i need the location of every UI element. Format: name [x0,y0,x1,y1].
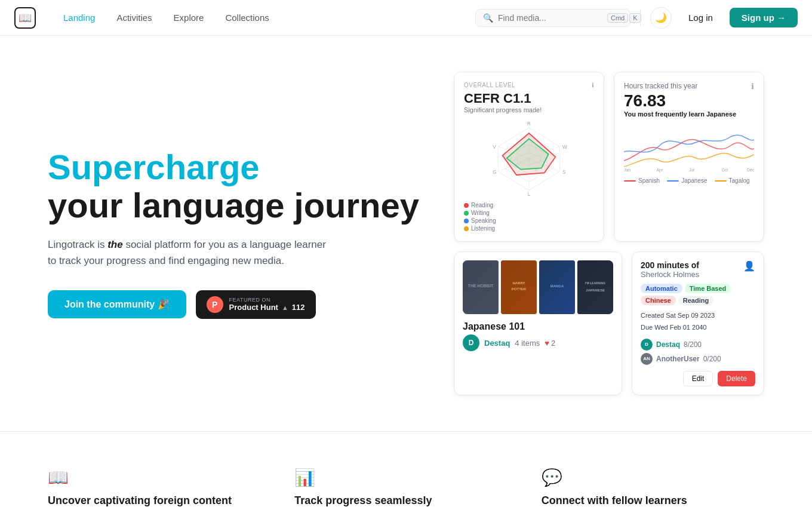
feature-3: 💬 Connect with fellow learners Share pro… [542,468,764,513]
users-icon: 👤 [743,260,755,272]
svg-text:G: G [493,170,496,175]
cefr-card: OVERALL LEVEL ℹ CEFR C1.1 Significant pr… [454,72,604,242]
nav-links: Landing Activities Explore Collections [55,9,475,26]
hours-chart: Jan Apr Jul Oct Dec [624,125,754,173]
ph-name-row: Product Hunt ▲ 112 [229,303,305,312]
cefr-sub: Significant progress made! [464,106,594,113]
feature-2: 📊 Track progress seamlessly Automated da… [294,468,517,513]
progress-avatar-another: AN [641,353,653,365]
hours-value: 76.83 [624,91,754,110]
activity-media-title: Sherlock Holmes [641,270,699,279]
nav-right: 🔍 Cmd K 🌙 Log in Sign up → [475,7,798,29]
activity-dates: Created Sat Sep 09 2023 Due Wed Feb 01 2… [641,310,755,334]
search-shortcut: Cmd K [607,13,641,23]
feature-1: 📖 Uncover captivating foreign content Ou… [48,468,270,513]
stats-cards-row: OVERALL LEVEL ℹ CEFR C1.1 Significant pr… [454,72,764,242]
moon-icon: 🌙 [655,12,667,23]
search-box[interactable]: 🔍 Cmd K [475,9,630,27]
svg-rect-28 [577,260,613,314]
svg-text:HARRY: HARRY [512,281,525,285]
hours-title: Hours tracked this year [624,82,697,90]
hero-actions: Join the community 🎉 P FEATURED ON Produ… [48,290,430,319]
login-button[interactable]: Log in [679,8,722,27]
svg-text:Dec: Dec [747,168,754,172]
delete-button[interactable]: Delete [718,371,755,386]
feature-2-icon: 📊 [294,468,517,487]
cefr-level: CEFR C1.1 [464,91,594,106]
hero-right: OVERALL LEVEL ℹ CEFR C1.1 Significant pr… [454,72,764,395]
activity-tags: Automatic Time Based Chinese Reading [641,284,755,305]
progress-avatar-destaq: D [641,339,653,351]
tag-time-based: Time Based [685,284,731,293]
nav-landing[interactable]: Landing [55,9,103,26]
navbar: 📖 Landing Activities Explore Collections… [0,0,812,36]
features-section: 📖 Uncover captivating foreign content Ou… [0,431,812,513]
feature-1-icon: 📖 [48,468,270,487]
tag-automatic: Automatic [641,284,682,293]
chart-legend: Spanish Japanese Tagalog [624,177,754,184]
hero-section: Supercharge your language journey Lingot… [0,36,812,431]
nav-activities[interactable]: Activities [108,9,160,26]
collection-card: THE HOBBIT HARRY POTTER MANGA [454,251,622,395]
hero-title-accent: Supercharge [48,148,260,186]
ph-arrow: ▲ [282,304,288,311]
signup-button[interactable]: Sign up → [730,8,798,27]
svg-text:S: S [562,170,566,175]
radar-legend: Reading Writing Speaking Listening [464,202,594,232]
tag-chinese: Chinese [641,296,676,305]
ph-text: FEATURED ON Product Hunt ▲ 112 [229,297,305,312]
activity-header: 200 minutes of Sherlock Holmes 👤 [641,260,755,279]
collection-username[interactable]: Destaq [484,339,510,348]
collection-info: Japanese 101 D Destaq 4 items ♥ 2 [463,321,613,351]
product-hunt-button[interactable]: P FEATURED ON Product Hunt ▲ 112 [196,290,316,319]
tag-reading: Reading [678,296,713,305]
logo-icon: 📖 [14,7,36,29]
progress-val-destaq: 8/200 [684,340,702,349]
hero-subtitle: Lingotrack is the social platform for yo… [48,236,334,269]
hours-card: Hours tracked this year ℹ 76.83 You most… [614,72,764,242]
book-cover-4: I'M LEARNING JAPANESE [577,260,613,314]
cefr-label: OVERALL LEVEL ℹ [464,82,594,88]
progress-list: D Destaq 8/200 AN AnotherUser 0/200 [641,339,755,365]
svg-text:L: L [528,192,531,197]
ph-name: Product Hunt [229,303,278,312]
svg-text:JAPANESE: JAPANESE [586,288,605,292]
search-input[interactable] [498,13,602,23]
nav-collections[interactable]: Collections [217,9,277,26]
svg-text:MANGA: MANGA [550,284,564,288]
nav-divider [640,10,641,26]
ph-featured-label: FEATURED ON [229,297,305,303]
activity-card: 200 minutes of Sherlock Holmes 👤 Automat… [632,251,764,395]
search-icon: 🔍 [483,13,493,23]
hero-title-rest: your language journey [48,186,419,225]
hours-info-icon: ℹ [751,82,754,91]
edit-button[interactable]: Edit [683,371,713,386]
logo[interactable]: 📖 [14,7,36,29]
svg-text:I'M LEARNING: I'M LEARNING [585,281,605,285]
svg-text:R: R [527,121,531,127]
bottom-cards-row: THE HOBBIT HARRY POTTER MANGA [454,251,764,395]
dark-mode-toggle[interactable]: 🌙 [650,7,672,29]
svg-text:Jul: Jul [689,168,694,172]
feature-1-title: Uncover captivating foreign content [48,494,270,507]
activity-info: 200 minutes of Sherlock Holmes [641,260,699,279]
collection-likes: ♥ 2 [545,339,555,348]
hours-sub: You most frequently learn Japanese [624,110,754,118]
collection-avatar: D [463,334,479,351]
nav-explore[interactable]: Explore [165,9,213,26]
svg-text:Jan: Jan [624,168,630,172]
progress-row-1: D Destaq 8/200 [641,339,755,351]
progress-name-destaq[interactable]: Destaq [656,340,680,349]
book-cover-2: HARRY POTTER [501,260,537,314]
collection-title: Japanese 101 [463,321,613,332]
activity-minutes: 200 minutes of [641,260,699,270]
svg-text:V: V [493,145,496,150]
progress-val-another: 0/200 [703,355,721,363]
progress-name-another[interactable]: AnotherUser [656,355,700,363]
svg-text:THE HOBBIT: THE HOBBIT [468,284,494,288]
svg-text:Apr: Apr [657,168,663,173]
join-button[interactable]: Join the community 🎉 [48,290,186,318]
collection-meta: D Destaq 4 items ♥ 2 [463,334,613,351]
feature-2-title: Track progress seamlessly [294,494,517,507]
radar-chart: R W S L G V [487,121,571,197]
